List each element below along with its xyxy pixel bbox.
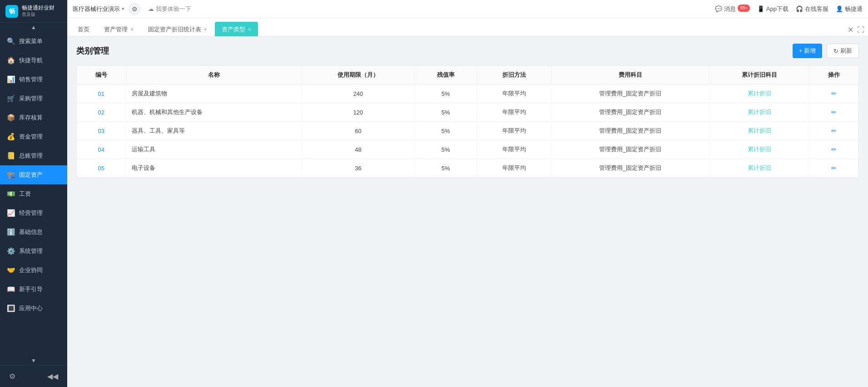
sidebar-item-operations[interactable]: 📈 经营管理	[0, 203, 67, 223]
topbar-right: 💬 消息 99 📱 App下载 🎧 在线客服 👤 畅捷通	[715, 5, 863, 13]
scroll-down-arrow[interactable]: ▼	[0, 356, 67, 365]
refresh-button[interactable]: ↻ 刷新	[827, 44, 859, 58]
cell-id-0[interactable]: 01	[77, 84, 126, 103]
sidebar-item-payroll[interactable]: 💵 工资	[0, 184, 67, 203]
window-expand-button[interactable]: ⛶	[857, 26, 864, 34]
module-selector[interactable]: 医疗器械行业演示 ▾	[73, 5, 124, 13]
sidebar-bottom: ⚙ ◀◀	[0, 365, 67, 387]
sidebar-icon-guide: 📖	[6, 285, 15, 294]
edit-button-2[interactable]: ✏	[831, 127, 837, 134]
online-service-button[interactable]: 🎧 在线客服	[796, 5, 828, 13]
sidebar-item-funds[interactable]: 💰 资金管理	[0, 127, 67, 146]
topbar: 医疗器械行业演示 ▾ ⚙ ☁ 我要体验一下 💬 消息 99 📱 App下载 🎧 …	[67, 0, 868, 18]
sidebar-item-guide[interactable]: 📖 新手引导	[0, 280, 67, 299]
cell-residual-0: 5%	[415, 84, 477, 103]
sidebar-label-payroll: 工资	[19, 190, 31, 198]
sidebar-label-app-center: 应用中心	[19, 304, 43, 313]
online-service-label: 在线客服	[805, 5, 828, 13]
sidebar-item-app-center[interactable]: 🔳 应用中心	[0, 299, 67, 318]
cell-accumulated-2: 累计折旧	[709, 122, 809, 140]
tab-asset-mgmt[interactable]: 资产管理 ×	[97, 22, 140, 36]
collapse-icon[interactable]: ◀◀	[45, 370, 61, 382]
messages-label: 消息	[724, 5, 736, 13]
cell-months-2: 60	[302, 122, 414, 140]
topbar-left: 医疗器械行业演示 ▾ ⚙ ☁ 我要体验一下	[73, 3, 195, 15]
sidebar-item-fixed-assets[interactable]: 🏗️ 固定资产	[0, 165, 67, 184]
cell-method-2: 年限平均	[477, 122, 552, 140]
sidebar-item-quick-nav[interactable]: 🏠 快捷导航	[0, 51, 67, 70]
sidebar-icon-ledger: 📒	[6, 151, 15, 160]
cell-id-4[interactable]: 05	[77, 159, 126, 178]
sidebar-item-ledger[interactable]: 📒 总账管理	[0, 146, 67, 165]
col-residual: 残值率	[415, 66, 477, 84]
trial-label: 我要体验一下	[156, 5, 191, 13]
app-download-icon: 📱	[757, 5, 764, 12]
table-header-row: 编号 名称 使用期限（月） 残值率 折旧方法 费用科目 累计折旧科目 操作	[77, 66, 858, 84]
trial-button[interactable]: ☁ 我要体验一下	[144, 3, 195, 15]
sidebar-label-quick-nav: 快捷导航	[19, 56, 43, 64]
cell-accumulated-4: 累计折旧	[709, 159, 809, 178]
messages-button[interactable]: 💬 消息 99	[715, 5, 749, 13]
col-expense: 费用科目	[551, 66, 709, 84]
tab-asset-type[interactable]: 资产类型 ×	[215, 22, 258, 36]
logo-icon: 畅	[5, 5, 18, 18]
logo-subtitle: 普及版	[22, 11, 55, 18]
cell-id-2[interactable]: 03	[77, 122, 126, 140]
sidebar-label-ledger: 总账管理	[19, 152, 43, 160]
tab-asset-mgmt-label: 资产管理	[104, 25, 128, 34]
cell-method-1: 年限平均	[477, 103, 552, 122]
edit-button-3[interactable]: ✏	[831, 146, 837, 153]
cell-id-1[interactable]: 02	[77, 103, 126, 122]
window-close-button[interactable]: ✕	[848, 25, 853, 34]
cell-expense-1: 管理费用_固定资产折旧	[551, 103, 709, 122]
cell-method-3: 年限平均	[477, 140, 552, 159]
sidebar-item-search[interactable]: 🔍 搜索菜单	[0, 32, 67, 51]
tab-asset-type-close[interactable]: ×	[248, 26, 251, 33]
col-method: 折旧方法	[477, 66, 552, 84]
cell-method-4: 年限平均	[477, 159, 552, 178]
table-row: 02 机器、机械和其他生产设备 120 5% 年限平均 管理费用_固定资产折旧 …	[77, 103, 858, 122]
user-label: 畅捷通	[845, 5, 863, 13]
table-row: 01 房屋及建筑物 240 5% 年限平均 管理费用_固定资产折旧 累计折旧 ✏	[77, 84, 858, 103]
topbar-settings-icon[interactable]: ⚙	[128, 3, 141, 15]
tab-depreciation[interactable]: 固定资产折旧统计表 ×	[141, 22, 214, 36]
sidebar-item-enterprise[interactable]: 🤝 企业协同	[0, 261, 67, 280]
logo-title: 畅捷通好业财	[22, 5, 55, 12]
cell-months-1: 120	[302, 103, 414, 122]
edit-button-4[interactable]: ✏	[831, 164, 837, 172]
cell-name-4: 电子设备	[126, 159, 302, 178]
app-download-button[interactable]: 📱 App下载	[757, 5, 789, 13]
sidebar-item-system[interactable]: ⚙️ 系统管理	[0, 242, 67, 261]
settings-icon[interactable]: ⚙	[6, 370, 18, 382]
sidebar-icon-basic-info: ℹ️	[6, 228, 15, 237]
cell-residual-4: 5%	[415, 159, 477, 178]
sidebar-item-purchase[interactable]: 🛒 采购管理	[0, 89, 67, 108]
edit-button-1[interactable]: ✏	[831, 109, 837, 116]
sidebar-label-search: 搜索菜单	[19, 37, 43, 45]
data-table: 编号 名称 使用期限（月） 残值率 折旧方法 费用科目 累计折旧科目 操作 01…	[76, 65, 859, 178]
table-row: 05 电子设备 36 5% 年限平均 管理费用_固定资产折旧 累计折旧 ✏	[77, 159, 858, 178]
tab-home[interactable]: 首页	[71, 22, 96, 36]
cloud-icon: ☁	[148, 5, 154, 12]
edit-button-0[interactable]: ✏	[831, 90, 837, 97]
tab-asset-mgmt-close[interactable]: ×	[130, 26, 134, 33]
page-title: 类别管理	[76, 45, 109, 56]
cell-name-2: 器具、工具、家具等	[126, 122, 302, 140]
sidebar-item-basic-info[interactable]: ℹ️ 基础信息	[0, 223, 67, 242]
cell-actions-4: ✏	[809, 159, 858, 178]
col-id: 编号	[77, 66, 126, 84]
cell-months-3: 48	[302, 140, 414, 159]
sidebar-item-sales[interactable]: 📊 销售管理	[0, 70, 67, 89]
add-button[interactable]: + 新增	[793, 44, 822, 58]
cell-id-3[interactable]: 04	[77, 140, 126, 159]
table-row: 03 器具、工具、家具等 60 5% 年限平均 管理费用_固定资产折旧 累计折旧…	[77, 122, 858, 140]
tab-depreciation-close[interactable]: ×	[204, 26, 207, 33]
scroll-up-arrow[interactable]: ▲	[0, 23, 67, 32]
sidebar-label-operations: 经营管理	[19, 209, 43, 217]
sidebar-logo[interactable]: 畅 畅捷通好业财 普及版	[0, 0, 67, 23]
sidebar: 畅 畅捷通好业财 普及版 ▲ 🔍 搜索菜单 🏠 快捷导航 📊 销售管理 🛒 采购…	[0, 0, 67, 387]
sidebar-item-inventory[interactable]: 📦 库存核算	[0, 108, 67, 127]
user-button[interactable]: 👤 畅捷通	[836, 5, 863, 13]
module-dropdown-icon: ▾	[122, 6, 124, 12]
cell-accumulated-1: 累计折旧	[709, 103, 809, 122]
